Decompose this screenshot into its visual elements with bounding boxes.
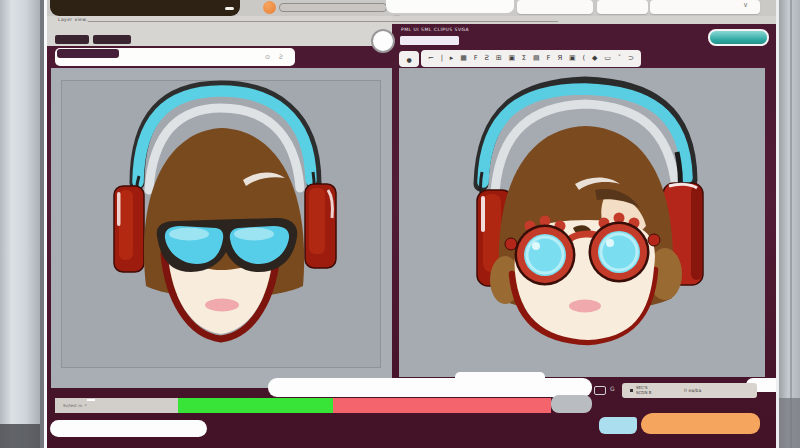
slider-track[interactable] bbox=[279, 3, 387, 12]
status-bar: SEC'S SCDN B l! ea/ba bbox=[622, 383, 757, 398]
slider-handle[interactable] bbox=[263, 1, 276, 14]
screen: ∨ Layer view, -··- ⊙ Ƨ PML UI SML CLIPUS… bbox=[0, 0, 800, 448]
earcup-right bbox=[305, 184, 336, 268]
right-header-strip bbox=[392, 16, 777, 24]
zoom-icon[interactable]: ⊙ bbox=[265, 53, 270, 60]
address-bar[interactable] bbox=[386, 0, 514, 13]
progress-segment-red bbox=[333, 398, 551, 413]
tool-icon[interactable]: ▣ bbox=[569, 55, 576, 62]
mouth bbox=[569, 300, 601, 313]
tool-icon[interactable]: ▦ bbox=[460, 55, 467, 62]
progress-label: Sv/test m ·* bbox=[63, 403, 87, 408]
right-panel-title: PML UI SML CLIPUS SVGA bbox=[401, 27, 469, 32]
bottom-pill-button[interactable] bbox=[50, 420, 207, 437]
monitor-bezel-left bbox=[0, 0, 40, 448]
tool-icon[interactable]: Ƨ bbox=[484, 55, 488, 62]
progress-dash-icon bbox=[87, 399, 95, 401]
tool-icon[interactable]: | bbox=[441, 55, 443, 62]
progress-segment-green bbox=[178, 398, 333, 413]
top-tab-2[interactable] bbox=[597, 0, 648, 14]
tool-icon[interactable]: ▸ bbox=[450, 55, 454, 62]
tool-icon[interactable]: F bbox=[474, 55, 478, 62]
tool-icon[interactable]: ▭ bbox=[604, 55, 611, 62]
menu-dash-icon bbox=[225, 7, 234, 10]
divider-hairline bbox=[88, 21, 558, 22]
status-left-text: SEC'S SCDN B bbox=[636, 385, 651, 395]
status-right-text: l! ea/ba bbox=[684, 388, 701, 393]
top-tab-3[interactable]: ∨ bbox=[650, 0, 760, 14]
monitor-bezel-right-foot bbox=[779, 398, 800, 448]
menu-item-2[interactable] bbox=[93, 35, 131, 44]
menu-item-1[interactable] bbox=[55, 35, 89, 44]
cyan-button[interactable] bbox=[599, 417, 637, 434]
tool-icon[interactable]: ˇ bbox=[618, 55, 622, 62]
tool-icon[interactable]: Σ bbox=[522, 55, 526, 62]
icon-toolbar: ⌐ | ▸ ▦ F Ƨ ⊞ ▣ Σ ▤ F Я ▣ ( ◆ ▭ ˇ ⊃ bbox=[421, 50, 641, 67]
teal-action-button[interactable] bbox=[708, 29, 769, 46]
dot-icon: ● bbox=[406, 56, 411, 63]
document-tab[interactable]: ⊙ Ƨ bbox=[55, 48, 295, 66]
progress-label-segment: Sv/test m ·* bbox=[55, 398, 178, 413]
top-tab-1[interactable] bbox=[517, 0, 593, 14]
active-tab-marker bbox=[57, 49, 119, 58]
earcup-left bbox=[114, 186, 144, 272]
tool-icon[interactable]: ⊃ bbox=[628, 55, 634, 62]
progress-thumb[interactable] bbox=[551, 395, 592, 413]
monitor-bezel-left-foot bbox=[0, 424, 40, 448]
tool-icon[interactable]: ◆ bbox=[592, 55, 597, 62]
tool-icon[interactable]: ▤ bbox=[533, 55, 540, 62]
tool-icon[interactable]: F bbox=[547, 55, 551, 62]
checkbox-label: G bbox=[610, 385, 615, 392]
snap-icon[interactable]: Ƨ bbox=[279, 53, 283, 60]
chevron-down-icon[interactable]: ∨ bbox=[743, 1, 748, 9]
tool-icon[interactable]: ⊞ bbox=[496, 55, 502, 62]
tool-icon[interactable]: ▣ bbox=[508, 55, 515, 62]
orange-button[interactable] bbox=[641, 413, 760, 434]
avatar-goggles-illustration bbox=[51, 68, 392, 388]
status-dot-icon bbox=[630, 389, 633, 392]
tool-button-pointer[interactable]: ● bbox=[399, 51, 419, 67]
bezel-right-line bbox=[790, 0, 792, 448]
avatar-round-glasses-illustration bbox=[399, 68, 765, 377]
mouth bbox=[205, 299, 239, 312]
tool-icon[interactable]: Я bbox=[557, 55, 562, 62]
tool-icon[interactable]: ⌐ bbox=[428, 55, 434, 62]
text-input[interactable] bbox=[400, 36, 459, 45]
dark-menu-bar bbox=[50, 0, 240, 16]
checkbox[interactable] bbox=[594, 386, 606, 395]
info-label: Layer view, bbox=[58, 17, 88, 22]
tick-label: -··- bbox=[394, 13, 399, 18]
tool-icon[interactable]: ( bbox=[583, 55, 586, 62]
circle-button[interactable] bbox=[371, 29, 395, 53]
